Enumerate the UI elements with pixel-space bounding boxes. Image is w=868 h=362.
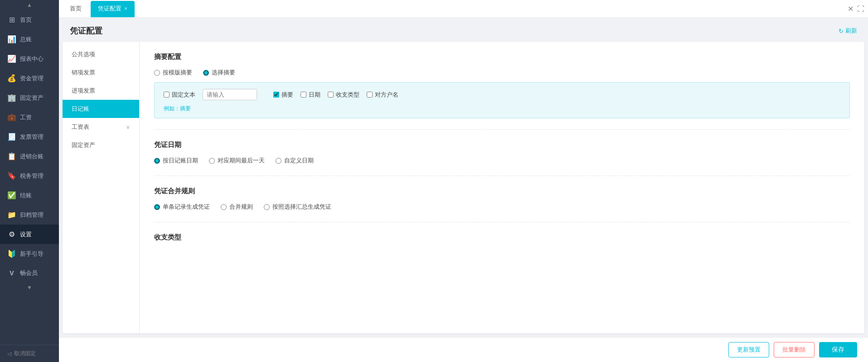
content-area: 公共选项 销项发票 进项发票 日记账 工资表 ∨ 固定资产 摘要配置 xyxy=(63,42,864,333)
right-content: 摘要配置 按模版摘要 选择摘要 固定文本 xyxy=(140,42,864,333)
sidebar: ▲ ⊞ 首页 📊 总账 📈 报表中心 💰 资金管理 🏢 固定资产 💼 工资 🧾 … xyxy=(0,0,59,362)
sidebar-item-settings[interactable]: ⚙ 设置 xyxy=(0,225,59,244)
select-mode-radio[interactable] xyxy=(203,70,209,76)
fixed-text-input[interactable] xyxy=(203,89,257,100)
sidebar-item-purchase-sales[interactable]: 📋 进销台账 xyxy=(0,147,59,166)
invoice-icon: 🧾 xyxy=(7,132,16,141)
pin-icon: ◁ xyxy=(7,351,11,357)
maximize-button[interactable]: ⛶ xyxy=(857,5,864,13)
left-nav-sales-invoice[interactable]: 销项发票 xyxy=(63,64,139,82)
minimize-button[interactable]: ✕ xyxy=(848,5,853,13)
summary-mode-radio-group: 按模版摘要 选择摘要 xyxy=(154,68,850,77)
by-journal-date-radio[interactable] xyxy=(154,158,160,164)
sidebar-item-settlement[interactable]: ✅ 结账 xyxy=(0,186,59,205)
sidebar-item-vip[interactable]: V 畅会员 xyxy=(0,264,59,283)
sidebar-item-home[interactable]: ⊞ 首页 xyxy=(0,10,59,29)
by-due-date-radio[interactable] xyxy=(209,158,215,164)
purchase-icon: 📋 xyxy=(7,152,16,161)
sidebar-item-report-center[interactable]: 📈 报表中心 xyxy=(0,49,59,68)
single-record-radio[interactable] xyxy=(154,204,160,210)
tab-bar: 首页 凭证配置 × ✕ ⛶ xyxy=(59,0,868,18)
left-nav: 公共选项 销项发票 进项发票 日记账 工资表 ∨ 固定资产 xyxy=(63,42,140,333)
home-icon: ⊞ xyxy=(7,15,16,24)
ledger-icon: 📊 xyxy=(7,35,16,44)
tax-icon: 🔖 xyxy=(7,171,16,180)
sidebar-scroll-up[interactable]: ▲ xyxy=(0,0,59,10)
sidebar-item-fund-management[interactable]: 💰 资金管理 xyxy=(0,68,59,88)
date-checkbox[interactable] xyxy=(301,92,306,98)
summary-checkbox-row: 固定文本 摘要 日期 收支类型 xyxy=(164,89,840,100)
by-due-date-option[interactable]: 对应期间最后一天 xyxy=(209,157,265,165)
template-mode-radio[interactable] xyxy=(154,70,160,76)
by-journal-date-option[interactable]: 按日记账日期 xyxy=(154,157,198,165)
merge-rules-radio[interactable] xyxy=(221,204,227,210)
sidebar-item-invoice-management[interactable]: 🧾 发票管理 xyxy=(0,127,59,147)
left-nav-fixed-assets[interactable]: 固定资产 xyxy=(63,136,139,154)
page-header: 凭证配置 ↻ 刷新 xyxy=(59,18,868,42)
refresh-button[interactable]: ↻ 刷新 xyxy=(839,27,857,35)
tab-voucher-config[interactable]: 凭证配置 × xyxy=(91,1,135,17)
summary-config-title: 摘要配置 xyxy=(154,53,850,61)
summary-checkbox[interactable] xyxy=(273,92,279,98)
counterpart-name-checkbox-option[interactable]: 对方户名 xyxy=(367,91,398,99)
voucher-date-title: 凭证日期 xyxy=(154,141,850,149)
bottom-action-bar: 更新预置 批量删除 保存 xyxy=(59,337,868,362)
template-mode-option[interactable]: 按模版摘要 xyxy=(154,68,192,77)
report-icon: 📈 xyxy=(7,54,16,63)
settings-icon: ⚙ xyxy=(7,230,16,239)
fixed-text-checkbox[interactable] xyxy=(164,92,170,98)
tab-close-button[interactable]: × xyxy=(124,5,127,12)
tab-actions: ✕ ⛶ xyxy=(848,5,864,13)
sidebar-item-payroll[interactable]: 💼 工资 xyxy=(0,108,59,127)
custom-date-option[interactable]: 自定义日期 xyxy=(276,157,314,165)
income-type-checkbox[interactable] xyxy=(328,92,334,98)
left-nav-purchase-invoice[interactable]: 进项发票 xyxy=(63,82,139,100)
single-record-option[interactable]: 单条记录生成凭证 xyxy=(154,203,210,211)
sidebar-scroll-down[interactable]: ▼ xyxy=(0,283,59,293)
left-nav-payroll-table[interactable]: 工资表 ∨ xyxy=(63,118,139,136)
tab-home[interactable]: 首页 xyxy=(63,1,89,17)
payroll-icon: 💼 xyxy=(7,113,16,122)
summary-config-section: 摘要配置 按模版摘要 选择摘要 固定文本 xyxy=(154,53,850,130)
chevron-down-icon: ∨ xyxy=(126,124,130,130)
cancel-pin-button[interactable]: ◁ 取消固定 xyxy=(0,345,59,362)
by-selection-summary-radio[interactable] xyxy=(264,204,270,210)
guide-icon: 🔰 xyxy=(7,249,16,258)
batch-delete-button[interactable]: 批量删除 xyxy=(774,342,815,357)
left-nav-journal[interactable]: 日记账 xyxy=(63,100,139,118)
assets-icon: 🏢 xyxy=(7,93,16,102)
by-selection-summary-option[interactable]: 按照选择汇总生成凭证 xyxy=(264,203,331,211)
income-type-checkbox-option[interactable]: 收支类型 xyxy=(328,91,359,99)
summary-config-box: 固定文本 摘要 日期 收支类型 xyxy=(154,82,850,118)
fund-icon: 💰 xyxy=(7,74,16,83)
settlement-icon: ✅ xyxy=(7,191,16,200)
select-mode-option[interactable]: 选择摘要 xyxy=(203,68,235,77)
voucher-date-section: 凭证日期 按日记账日期 对应期间最后一天 自定义日期 xyxy=(154,141,850,176)
date-checkbox-option[interactable]: 日期 xyxy=(301,91,320,99)
merge-rules-option[interactable]: 合并规则 xyxy=(221,203,253,211)
archive-icon: 📁 xyxy=(7,210,16,219)
vip-icon: V xyxy=(7,269,16,277)
sidebar-item-tax-management[interactable]: 🔖 税务管理 xyxy=(0,166,59,186)
income-type-section: 收支类型 xyxy=(154,233,850,260)
sidebar-item-general-ledger[interactable]: 📊 总账 xyxy=(0,29,59,49)
sidebar-item-fixed-assets[interactable]: 🏢 固定资产 xyxy=(0,88,59,108)
update-preview-button[interactable]: 更新预置 xyxy=(728,342,769,357)
summary-example-text: 例如：摘要 xyxy=(164,105,840,113)
page-title: 凭证配置 xyxy=(70,25,102,36)
fixed-text-checkbox-option[interactable]: 固定文本 xyxy=(164,91,195,99)
voucher-merge-radio-group: 单条记录生成凭证 合并规则 按照选择汇总生成凭证 xyxy=(154,203,850,211)
summary-checkbox-option[interactable]: 摘要 xyxy=(273,91,293,99)
counterpart-name-checkbox[interactable] xyxy=(367,92,373,98)
left-nav-public-options[interactable]: 公共选项 xyxy=(63,45,139,64)
custom-date-radio[interactable] xyxy=(276,158,281,164)
sidebar-item-archive[interactable]: 📁 归档管理 xyxy=(0,205,59,225)
voucher-date-radio-group: 按日记账日期 对应期间最后一天 自定义日期 xyxy=(154,157,850,165)
voucher-merge-title: 凭证合并规则 xyxy=(154,187,850,196)
voucher-merge-section: 凭证合并规则 单条记录生成凭证 合并规则 按照选择汇总生成凭证 xyxy=(154,187,850,222)
income-type-title: 收支类型 xyxy=(154,233,850,242)
main-area: 首页 凭证配置 × ✕ ⛶ 凭证配置 ↻ 刷新 公共选项 销项发票 进 xyxy=(59,0,868,362)
sidebar-item-guide[interactable]: 🔰 新手引导 xyxy=(0,244,59,264)
refresh-icon: ↻ xyxy=(839,28,844,34)
save-button[interactable]: 保存 xyxy=(819,342,857,357)
